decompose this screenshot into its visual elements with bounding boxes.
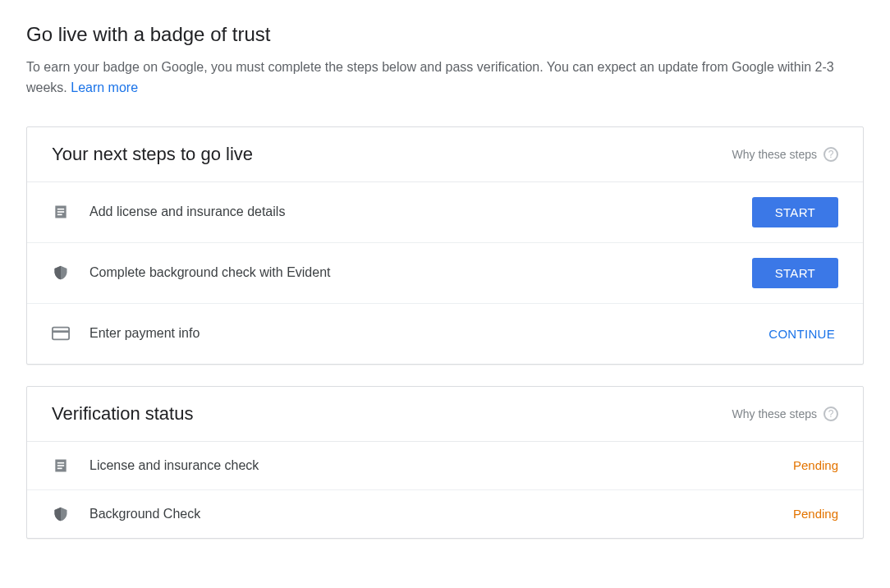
step-label: Enter payment info [89, 326, 765, 341]
learn-more-link[interactable]: Learn more [71, 80, 138, 94]
svg-rect-2 [57, 214, 62, 216]
verification-row-background: Background Check Pending [27, 490, 863, 538]
next-steps-card: Your next steps to go live Why these ste… [26, 126, 864, 365]
page-description: To earn your badge on Google, you must c… [26, 57, 864, 99]
svg-rect-6 [57, 465, 64, 466]
verification-title: Verification status [52, 403, 193, 425]
card-icon [52, 324, 70, 342]
document-icon [52, 457, 70, 475]
next-steps-title: Your next steps to go live [52, 144, 253, 165]
svg-rect-0 [57, 209, 64, 210]
why-these-steps-label: Why these steps [732, 407, 818, 420]
svg-rect-4 [53, 330, 69, 333]
page-description-text: To earn your badge on Google, you must c… [26, 60, 834, 94]
verification-card: Verification status Why these steps ? Li… [26, 386, 864, 539]
next-steps-header: Your next steps to go live Why these ste… [27, 127, 863, 182]
step-row-payment: Enter payment info CONTINUE [27, 304, 863, 364]
why-these-steps-label: Why these steps [732, 148, 818, 161]
start-background-button[interactable]: START [752, 258, 838, 288]
status-badge: Pending [793, 507, 838, 521]
step-label: Add license and insurance details [89, 204, 752, 219]
svg-rect-7 [57, 467, 62, 469]
shield-icon [52, 505, 70, 523]
step-label: Complete background check with Evident [89, 265, 752, 280]
why-these-steps-link[interactable]: Why these steps ? [732, 407, 839, 421]
document-icon [52, 203, 70, 221]
continue-payment-button[interactable]: CONTINUE [765, 319, 838, 349]
verification-header: Verification status Why these steps ? [27, 387, 863, 442]
svg-rect-5 [57, 462, 64, 463]
help-icon: ? [823, 147, 838, 162]
step-row-background: Complete background check with Evident S… [27, 243, 863, 304]
start-license-button[interactable]: START [752, 197, 838, 227]
why-these-steps-link[interactable]: Why these steps ? [732, 147, 839, 162]
shield-icon [52, 264, 70, 282]
page-title: Go live with a badge of trust [26, 23, 864, 46]
svg-rect-1 [57, 211, 64, 213]
help-icon: ? [823, 407, 838, 421]
verification-row-license: License and insurance check Pending [27, 442, 863, 490]
step-row-license: Add license and insurance details START [27, 182, 863, 243]
verification-label: License and insurance check [89, 458, 793, 473]
verification-label: Background Check [89, 507, 793, 521]
svg-rect-3 [53, 328, 69, 340]
status-badge: Pending [793, 458, 838, 472]
